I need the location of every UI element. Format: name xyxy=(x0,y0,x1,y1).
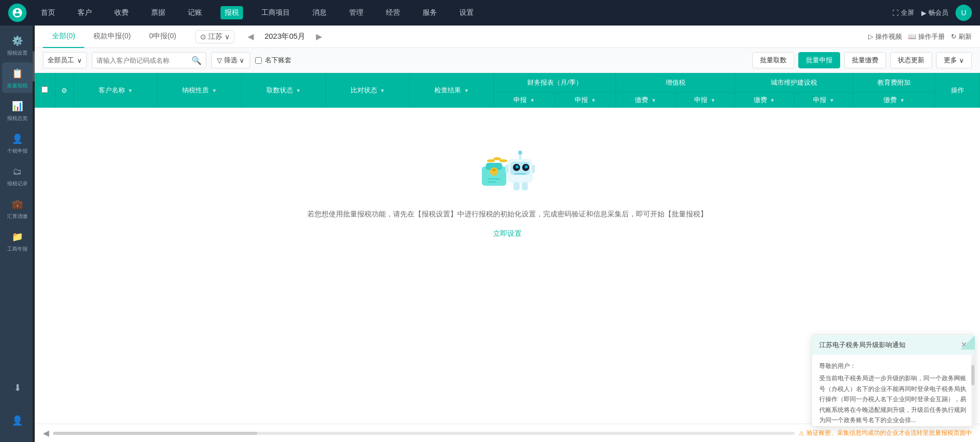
tab-zero-declare[interactable]: 0申报(0) xyxy=(140,26,185,48)
table-body: 若您想使用批量报税功能，请先在【报税设置】中进行报税的初始化设置，完成密码验证和… xyxy=(35,108,980,269)
tax-nature-sort-icon[interactable]: ▼ xyxy=(212,88,217,93)
notification-greeting: 尊敬的用户： xyxy=(819,361,967,371)
empty-state: 若您想使用批量报税功能，请先在【报税设置】中进行报税的初始化设置，完成密码验证和… xyxy=(35,108,980,269)
nav-business[interactable]: 工商项目 xyxy=(257,6,294,19)
region-selector[interactable]: ⊙ 江苏 ∨ xyxy=(195,30,234,43)
tab-bar: 全部(0) 税款申报(0) 0申报(0) ⊙ 江苏 ∨ ◀ 2023年05月 ▶… xyxy=(35,26,980,48)
scroll-left-icon[interactable]: ◀ xyxy=(43,428,49,438)
svg-rect-4 xyxy=(488,178,500,180)
operation-manual-label: 操作手册 xyxy=(918,32,945,41)
tab-tax-declare[interactable]: 税款申报(0) xyxy=(84,26,140,48)
compare-status-sort-icon[interactable]: ▼ xyxy=(380,88,385,93)
svg-point-2 xyxy=(490,167,498,176)
svg-rect-16 xyxy=(505,165,508,173)
notification-scrollbar[interactable] xyxy=(971,355,974,426)
operation-video-label: 操作视频 xyxy=(875,32,902,41)
customer-name-sort-icon[interactable]: ▼ xyxy=(128,88,133,93)
sidebar-item-annual-report[interactable]: 📁 工商年报 xyxy=(2,226,33,256)
th-checkbox xyxy=(35,73,55,108)
nav-fee[interactable]: 收费 xyxy=(110,6,133,19)
tab-all[interactable]: 全部(0) xyxy=(43,26,84,48)
operation-manual-button[interactable]: 📖 操作手册 xyxy=(908,32,945,41)
vat-pay-sort-icon[interactable]: ▼ xyxy=(651,97,656,103)
sidebar-bottom: ⬇ 👤 xyxy=(2,373,33,442)
tax-records-icon: 🗂 xyxy=(10,164,24,179)
more-label: 更多 xyxy=(944,56,957,65)
warning-message: ⚠ 验证账密、采集信息均成功的企业才会流转至批量报税页面中 xyxy=(799,429,972,437)
vip-icon: ▶ xyxy=(921,9,926,17)
notification-title: 江苏电子税务局升级影响通知 xyxy=(819,340,905,350)
vip-button[interactable]: ▶ 畅会员 xyxy=(921,8,948,17)
sidebar-item-tax-overview[interactable]: 📊 报税总览 xyxy=(2,95,33,126)
sidebar: ⚙️ 报税设置 📋 批量报税 📊 报税总览 👤 个税申报 🗂 报税记录 💼 汇算… xyxy=(0,26,35,442)
notification-body: 尊敬的用户： 受当前电子税务局进一步升级的影响，同一个政务网账号（办税人）名下的… xyxy=(812,355,974,426)
fullscreen-label: 全屏 xyxy=(901,8,914,17)
more-button[interactable]: 更多 ∨ xyxy=(936,52,972,68)
batch-fetch-button[interactable]: 批量取数 xyxy=(752,52,794,68)
svg-rect-5 xyxy=(488,181,496,183)
logo[interactable] xyxy=(8,4,27,22)
batch-tax-icon: 📋 xyxy=(10,66,24,81)
nav-home[interactable]: 首页 xyxy=(37,6,59,19)
fin-declare-sort-icon[interactable]: ▼ xyxy=(530,97,535,103)
sidebar-user[interactable]: 👤 xyxy=(2,405,33,436)
notification-content: 受当前电子税务局进一步升级的影响，同一个政务网账号（办税人）名下的企业不能再同时… xyxy=(819,373,967,425)
batch-declare-button[interactable]: 批量申报 xyxy=(798,52,840,68)
vat-declare-sort-icon[interactable]: ▼ xyxy=(591,97,596,103)
nav-manage[interactable]: 管理 xyxy=(345,6,368,19)
horizontal-scrollbar[interactable] xyxy=(53,432,795,435)
refresh-icon: ↻ xyxy=(951,33,957,40)
edu-pay-sort-icon[interactable]: ▼ xyxy=(900,97,905,103)
sidebar-download[interactable]: ⬇ xyxy=(2,373,33,403)
th-vat-declare: 申报 ▼ xyxy=(555,92,616,108)
select-all-checkbox[interactable] xyxy=(41,86,48,93)
region-label: 江苏 xyxy=(208,32,223,41)
refresh-button[interactable]: ↻ 刷新 xyxy=(951,32,972,41)
book-icon: 📖 xyxy=(908,33,916,40)
th-tax-nature: 纳税性质 ▼ xyxy=(158,73,242,108)
nav-ticket[interactable]: 票据 xyxy=(147,6,169,19)
sidebar-label-batch-tax: 批量报税 xyxy=(7,83,28,89)
nav-items: 首页 客户 收费 票据 记账 报税 工商项目 消息 管理 经营 服务 设置 xyxy=(37,6,892,19)
account-checkbox[interactable] xyxy=(255,57,262,64)
staff-selector[interactable]: 全部员工 ∨ xyxy=(43,52,87,68)
avatar[interactable]: U xyxy=(955,5,972,21)
filter-button[interactable]: ▽ 筛选 ∨ xyxy=(211,52,250,68)
svg-rect-18 xyxy=(513,182,520,190)
batch-pay-button[interactable]: 批量缴费 xyxy=(844,52,886,68)
account-checkbox-label[interactable]: 名下账套 xyxy=(255,56,291,65)
sidebar-item-annual-settlement[interactable]: 💼 汇算清缴 xyxy=(2,193,33,224)
th-city-declare: 申报 ▼ xyxy=(675,92,734,108)
setup-link[interactable]: 立即设置 xyxy=(493,229,522,238)
operation-video-button[interactable]: ▷ 操作视频 xyxy=(868,32,902,41)
sidebar-item-tax-settings[interactable]: ⚙️ 报税设置 xyxy=(2,30,33,60)
check-result-sort-icon[interactable]: ▼ xyxy=(464,88,469,93)
nav-bookkeeping[interactable]: 记账 xyxy=(184,6,206,19)
fullscreen-button[interactable]: ⛶ 全屏 xyxy=(892,8,914,17)
th-edu-surcharge: 教育费附加 xyxy=(853,73,935,92)
search-icon[interactable]: 🔍 xyxy=(191,56,202,65)
video-icon: ▷ xyxy=(868,33,873,40)
city-declare-sort-icon[interactable]: ▼ xyxy=(710,97,716,103)
sidebar-item-personal-tax[interactable]: 👤 个税申报 xyxy=(2,128,33,158)
th-financial-report: 财务报表（月/季） xyxy=(494,73,616,92)
th-check-result: 检查结果 ▼ xyxy=(410,73,494,108)
city-pay-sort-icon[interactable]: ▼ xyxy=(770,97,775,103)
date-prev-button[interactable]: ◀ xyxy=(244,31,257,43)
nav-tax[interactable]: 报税 xyxy=(220,6,243,19)
status-update-button[interactable]: 状态更新 xyxy=(890,52,932,68)
fetch-status-sort-icon[interactable]: ▼ xyxy=(296,88,301,93)
table-header-row: ⚙ 客户名称 ▼ 纳税性质 ▼ 取数状态 ▼ xyxy=(35,73,980,92)
nav-customer[interactable]: 客户 xyxy=(74,6,96,19)
date-next-button[interactable]: ▶ xyxy=(313,31,325,43)
personal-tax-icon: 👤 xyxy=(10,132,24,146)
sidebar-item-tax-records[interactable]: 🗂 报税记录 xyxy=(2,160,33,191)
edu-declare-sort-icon[interactable]: ▼ xyxy=(829,97,835,103)
svg-rect-15 xyxy=(514,173,526,175)
nav-message[interactable]: 消息 xyxy=(308,6,331,19)
nav-service[interactable]: 服务 xyxy=(419,6,441,19)
nav-operation[interactable]: 经营 xyxy=(382,6,404,19)
sidebar-item-batch-tax[interactable]: 📋 批量报税 xyxy=(2,62,33,93)
nav-settings[interactable]: 设置 xyxy=(455,6,478,19)
search-input[interactable] xyxy=(96,57,188,64)
